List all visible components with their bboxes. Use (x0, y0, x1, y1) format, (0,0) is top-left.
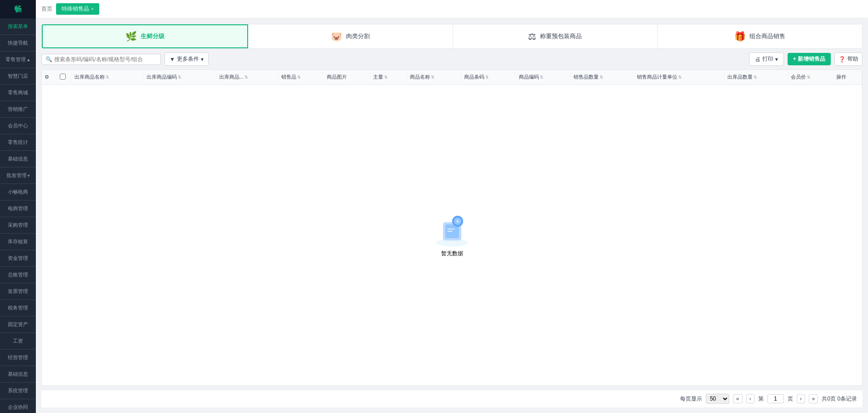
sort-icon: ⇅ (431, 75, 435, 80)
sort-icon: ⇅ (807, 75, 811, 80)
page-content: 🌿 生鲜分级 🐷 肉类分割 ⚖ 称重预包装商品 🎁 组合商品销售 🔍 (36, 18, 868, 413)
sort-icon: ⇅ (540, 75, 544, 80)
th-product-barcode[interactable]: 商品条码 ⇅ (461, 70, 516, 85)
toolbar-right: 🖨 打印 ▾ + 新增销售品 ❓ 帮助 (749, 52, 862, 66)
tab-fresh-grade[interactable]: 🌿 生鲜分级 (42, 24, 248, 48)
sidebar-item-wholesale-mgmt[interactable]: 批发管理 ▾ (0, 167, 36, 184)
sidebar-item-basic-info[interactable]: 基础信息 (0, 151, 36, 167)
sidebar-item-retail-stats[interactable]: 零售统计 (0, 134, 36, 151)
th-product-code[interactable]: 商品编码 ⇅ (516, 70, 571, 85)
sidebar-item-operations[interactable]: 经营管理 (0, 350, 36, 366)
sort-icon: ⇅ (485, 75, 489, 80)
th-sales-unit[interactable]: 销售商品计量单位 ⇅ (634, 70, 724, 85)
sidebar-item-enterprise[interactable]: 企业协同 (0, 399, 36, 413)
sidebar-item-smart-store[interactable]: 智慧门店 (0, 68, 36, 85)
th-out-product-name[interactable]: 出库商品名称 ⇅ (71, 70, 144, 85)
table: ⚙ 出库商品名称 ⇅ 出库商 (42, 70, 862, 85)
th-product-image: 商品图片 (323, 70, 370, 85)
page-label-before: 第 (758, 395, 764, 403)
help-icon: ❓ (839, 56, 845, 63)
page-first-button[interactable]: « (733, 394, 743, 403)
sidebar-item-fixed-assets[interactable]: 固定资产 (0, 316, 36, 333)
tab-close-button[interactable]: × (91, 6, 94, 11)
help-button[interactable]: ❓ 帮助 (834, 52, 862, 66)
sidebar-item-invoice-mgmt[interactable]: 发票管理 (0, 283, 36, 300)
weight-packed-icon: ⚖ (528, 31, 536, 42)
meat-cut-icon: 🐷 (331, 31, 342, 42)
th-settings[interactable]: ⚙ (42, 70, 57, 85)
th-action: 操作 (833, 70, 862, 85)
sidebar-logo: 畅 (0, 0, 36, 18)
page-next-button[interactable]: › (797, 394, 805, 403)
sidebar-item-search[interactable]: 搜索菜单 (0, 18, 36, 35)
search-icon: 🔍 (45, 56, 52, 63)
chevron-icon: ▲ (27, 57, 31, 62)
sort-icon: ⇅ (678, 75, 682, 80)
category-tabs: 🌿 生鲜分级 🐷 肉类分割 ⚖ 称重预包装商品 🎁 组合商品销售 (41, 24, 862, 49)
sort-icon: ⇅ (384, 75, 388, 80)
filter-button[interactable]: ▼ 更多条件 ▾ (165, 52, 209, 66)
pagination: 每页显示 20 50 100 « ‹ 第 页 › » 共0页 0条记录 (41, 390, 862, 407)
active-tab[interactable]: 特殊销售品 × (56, 3, 99, 15)
sidebar-item-payroll[interactable]: 工资 (0, 333, 36, 350)
page-prev-button[interactable]: ‹ (746, 394, 755, 403)
sidebar-item-retail-mall[interactable]: 零售商城 (0, 85, 36, 101)
sidebar-item-member-center[interactable]: 会员中心 (0, 118, 36, 134)
th-checkbox (57, 70, 71, 85)
tab-meat-cut[interactable]: 🐷 肉类分割 (248, 24, 453, 48)
combo-sales-icon: 🎁 (734, 31, 746, 42)
sidebar-item-retail-mgmt[interactable]: 零售管理 ▲ (0, 52, 36, 68)
sort-icon: ⇅ (178, 75, 182, 80)
per-page-select[interactable]: 20 50 100 (706, 394, 729, 404)
toolbar: 🔍 ▼ 更多条件 ▾ 🖨 打印 ▾ + 新增销售品 (41, 52, 862, 66)
search-input[interactable] (54, 56, 157, 63)
print-arrow-icon: ▾ (775, 56, 778, 63)
sidebar-item-basic-info2[interactable]: 基础信息 (0, 366, 36, 383)
empty-text: 暂无数据 (441, 250, 463, 258)
th-out-product-spec[interactable]: 出库商品... ⇅ (216, 70, 278, 85)
page-label-after: 页 (788, 395, 793, 403)
sidebar-item-mini-ecom[interactable]: 小畅电商 (0, 184, 36, 201)
print-button[interactable]: 🖨 打印 ▾ (749, 52, 784, 66)
sort-icon: ⇅ (244, 75, 248, 80)
empty-illustration (429, 213, 475, 250)
toolbar-left: 🔍 ▼ 更多条件 ▾ (41, 52, 209, 66)
tab-weight-packed[interactable]: ⚖ 称重预包装商品 (453, 24, 658, 48)
sidebar-item-general-ledger[interactable]: 总账管理 (0, 267, 36, 283)
th-sales-product[interactable]: 销售品 ⇅ (278, 70, 323, 85)
table-header: ⚙ 出库商品名称 ⇅ 出库商 (42, 70, 862, 85)
search-box: 🔍 (41, 54, 161, 65)
sort-icon: ⇅ (600, 75, 603, 80)
sidebar-item-purchase-mgmt[interactable]: 采购管理 (0, 217, 36, 234)
filter-icon: ▼ (170, 56, 175, 63)
page-last-button[interactable]: » (809, 394, 818, 403)
th-out-product-code[interactable]: 出库商品编码 ⇅ (144, 70, 216, 85)
topbar: 首页 特殊销售品 × (36, 0, 868, 18)
sidebar-item-inventory[interactable]: 库存核算 (0, 234, 36, 250)
sidebar-item-tax-mgmt[interactable]: 税务管理 (0, 300, 36, 316)
tab-combo-sales[interactable]: 🎁 组合商品销售 (658, 24, 862, 48)
filter-arrow-icon: ▾ (201, 56, 204, 63)
th-weight[interactable]: 主量 ⇅ (370, 70, 407, 85)
sidebar: 畅 搜索菜单 快捷导航 零售管理 ▲ 智慧门店 零售商城 营销推广 会员中心 零… (0, 0, 36, 413)
sort-icon: ⇅ (754, 75, 757, 80)
main-content: 首页 特殊销售品 × 🌿 生鲜分级 🐷 肉类分割 ⚖ 称重预包装商品 🎁 组合商… (36, 0, 868, 413)
sidebar-item-ecom-mgmt[interactable]: 电商管理 (0, 201, 36, 217)
per-page-label: 每页显示 (680, 395, 702, 403)
th-out-qty[interactable]: 出库品数量 ⇅ (724, 70, 788, 85)
sort-icon: ⇅ (106, 75, 109, 80)
empty-state: 暂无数据 (42, 85, 862, 385)
page-input[interactable] (767, 394, 784, 403)
chevron-down-icon: ▾ (28, 173, 30, 178)
sidebar-item-quick-nav[interactable]: 快捷导航 (0, 35, 36, 52)
sidebar-item-finance[interactable]: 资金管理 (0, 250, 36, 267)
th-product-name[interactable]: 商品名称 ⇅ (407, 70, 461, 85)
home-link[interactable]: 首页 (41, 5, 52, 13)
sidebar-item-sales-promo[interactable]: 营销推广 (0, 101, 36, 118)
column-settings-icon: ⚙ (45, 74, 49, 80)
th-sales-qty[interactable]: 销售品数量 ⇅ (570, 70, 634, 85)
add-sales-product-button[interactable]: + 新增销售品 (788, 53, 831, 65)
select-all-checkbox[interactable] (60, 74, 66, 80)
sidebar-item-sys-mgmt[interactable]: 系统管理 (0, 383, 36, 399)
th-member-price[interactable]: 会员价 ⇅ (788, 70, 833, 85)
